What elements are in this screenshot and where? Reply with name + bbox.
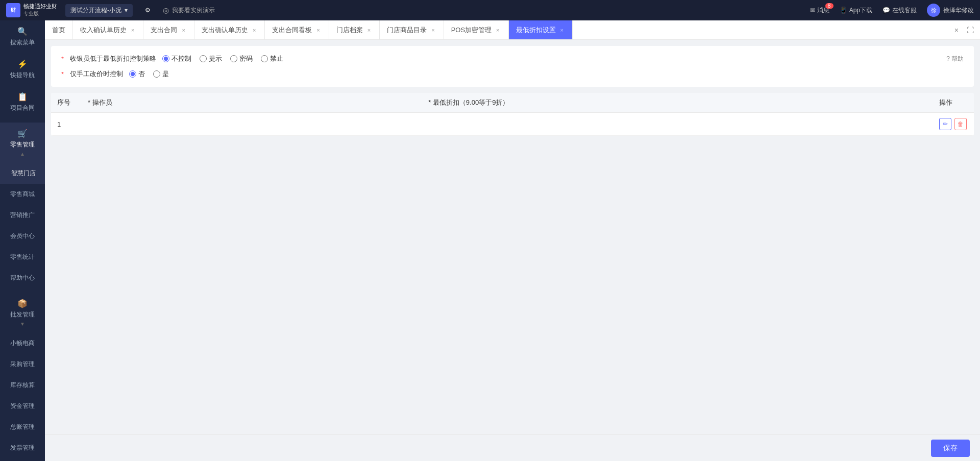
tab-home[interactable]: 首页 [45,20,73,40]
sidebar-item-contract[interactable]: 📋 项目合同 [0,86,45,118]
message-btn[interactable]: ✉ 消息 8 [810,6,829,15]
sidebar-label-retail-stats: 零售统计 [10,253,35,261]
tab-payment-confirm-close[interactable]: × [251,27,257,34]
sidebar-item-online-store[interactable]: 零售商城 [0,184,45,205]
help-label: 帮助 [951,55,964,63]
tab-min-discount[interactable]: 最低折扣设置 × [509,20,573,40]
project-selector[interactable]: 测试分开流程-小况 ▾ [65,4,133,17]
sidebar-label-finance: 资金管理 [10,402,35,410]
tab-min-discount-close[interactable]: × [559,27,565,34]
chevron-down-icon: ▾ [125,7,128,14]
policy-hint-label: 提示 [209,54,222,63]
policy-option-ban[interactable]: 禁止 [261,54,283,63]
message-icon: ✉ [810,7,815,14]
policy-ban-label: 禁止 [270,54,283,63]
sidebar-item-retail-stats[interactable]: 零售统计 [0,247,45,268]
tab-store-goods[interactable]: 门店商品目录 × [380,20,444,40]
logo-text-group: 畅捷通好业财 专业版 [23,3,57,17]
sidebar-label-inventory: 库存核算 [10,381,35,390]
tab-pos-lock[interactable]: POS加密管理 × [444,20,509,40]
policy-radio-no-control[interactable] [162,55,169,62]
manual-yes-label: 是 [162,69,169,79]
tab-close-btn[interactable]: × [952,25,961,35]
settings-btn[interactable]: ⚙ [141,5,155,16]
sidebar-item-member[interactable]: 会员中心 [0,226,45,247]
manual-radio-no[interactable] [129,70,136,78]
cell-actions: ✏ 🗑 [933,113,974,136]
action-buttons: ✏ 🗑 [939,118,968,130]
col-header-operator: * 操作员 [82,93,422,113]
bottom-bar: 保存 [45,434,980,461]
expand-icon: ▲ [20,151,25,157]
sidebar-item-purchase[interactable]: 采购管理 [0,354,45,375]
sidebar-item-retail[interactable]: 🛒 零售管理 ▲ [0,123,45,163]
sidebar-item-shortcuts[interactable]: ⚡ 快捷导航 [0,53,45,86]
sidebar-label-contract: 项目合同 [10,104,35,112]
manual-row: * 仅手工改价时控制 否 是 [61,69,964,79]
wholesale-icon: 📦 [17,299,28,308]
policy-radio-group: 不控制 提示 密码 禁止 [162,54,283,63]
tab-payment-contract[interactable]: 支出合同 × [143,20,194,40]
tab-payment-confirm-history[interactable]: 支出确认单历史 × [194,20,265,40]
tab-expand-btn[interactable]: ⛶ [965,25,976,35]
tab-store-file-close[interactable]: × [366,27,372,34]
table-header-row: 序号 * 操作员 * 最低折扣（9.00等于9折） 操作 [51,93,974,113]
tab-income-history-close[interactable]: × [130,27,136,34]
manual-radio-yes[interactable] [153,70,160,78]
tab-pos-lock-close[interactable]: × [495,27,501,34]
demo-link[interactable]: ◎ 我要看实例演示 [163,6,215,15]
tab-store-file[interactable]: 门店档案 × [329,20,380,40]
download-icon: 📱 [840,7,847,14]
sidebar-label-invoice: 发票管理 [10,444,35,452]
sidebar-item-ledger[interactable]: 总账管理 [0,417,45,438]
sidebar-item-finance[interactable]: 资金管理 [0,396,45,417]
sidebar-item-ecommerce[interactable]: 小畅电商 [0,333,45,354]
demo-label: 我要看实例演示 [172,6,215,15]
manual-option-no[interactable]: 否 [129,69,145,79]
sidebar-item-tax[interactable]: 税务管理 [0,458,45,461]
content-area: 首页 收入确认单历史 × 支出合同 × 支出确认单历史 × 支出合同看板 × 门… [45,20,980,461]
discount-table: 序号 * 操作员 * 最低折扣（9.00等于9折） 操作 [51,93,974,136]
edit-row-btn[interactable]: ✏ [939,118,951,130]
policy-option-password[interactable]: 密码 [230,54,253,63]
contract-icon: 📋 [17,92,28,102]
help-button[interactable]: ? 帮助 [946,55,964,63]
policy-option-no-control[interactable]: 不控制 [162,54,191,63]
sidebar-item-wholesale[interactable]: 📦 批发管理 ▼ [0,293,45,333]
sidebar-item-invoice[interactable]: 发票管理 [0,438,45,458]
col-header-discount: * 最低折扣（9.00等于9折） [422,93,933,113]
settings-icon: ⚙ [145,7,151,14]
tab-income-history[interactable]: 收入确认单历史 × [73,20,143,40]
online-service-btn[interactable]: 💬 在线客服 [883,6,917,15]
manual-option-yes[interactable]: 是 [153,69,169,79]
sidebar-item-search[interactable]: 🔍 搜索菜单 [0,20,45,53]
sidebar-item-inventory[interactable]: 库存核算 [0,375,45,396]
discount-table-card: 序号 * 操作员 * 最低折扣（9.00等于9折） 操作 [51,93,974,136]
save-button[interactable]: 保存 [931,440,970,457]
sidebar-label-online-store: 零售商城 [10,190,35,199]
tab-payment-contract-close[interactable]: × [180,27,186,34]
sidebar-item-marketing[interactable]: 营销推广 [0,205,45,226]
policy-radio-hint[interactable] [200,55,207,62]
policy-label: 收银员低于最低折扣控制策略 [70,54,156,63]
tab-min-discount-label: 最低折扣设置 [516,26,556,35]
tab-store-goods-close[interactable]: × [430,27,436,34]
circle-icon: ◎ [163,6,169,14]
policy-option-hint[interactable]: 提示 [200,54,222,63]
search-icon: 🔍 [17,27,28,36]
policy-radio-ban[interactable] [261,55,268,62]
logo-subtitle: 专业版 [23,10,57,17]
sidebar-label-wholesale: 批发管理 [10,310,35,319]
tab-payment-board[interactable]: 支出合同看板 × [265,20,329,40]
policy-radio-password[interactable] [230,55,237,62]
sidebar-label-purchase: 采购管理 [10,360,35,369]
user-profile-btn[interactable]: 徐 徐泽华修改 [927,4,974,17]
sidebar-item-help[interactable]: 帮助中心 [0,268,45,288]
message-badge: 8 [825,3,834,9]
manual-radio-group: 否 是 [129,69,169,79]
sidebar-item-smart-store[interactable]: 智慧门店 [0,163,45,184]
delete-row-btn[interactable]: 🗑 [954,118,967,130]
tab-payment-board-close[interactable]: × [315,27,321,34]
app-download-btn[interactable]: 📱 App下载 [840,6,872,15]
sidebar-label-member: 会员中心 [10,232,35,240]
